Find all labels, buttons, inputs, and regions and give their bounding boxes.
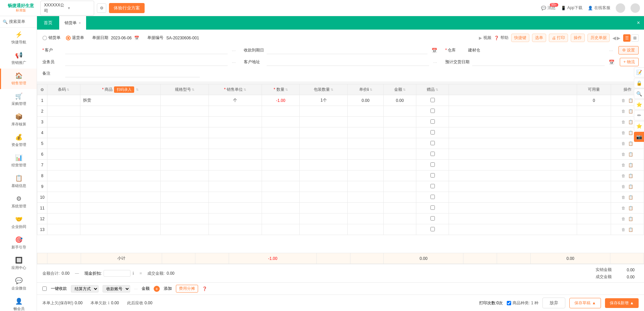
setup-button[interactable]: ⚙ 设置 bbox=[618, 46, 639, 54]
row-price-1[interactable] bbox=[348, 106, 384, 117]
next-arrow[interactable]: ▶ bbox=[617, 35, 620, 41]
row-qty-12[interactable] bbox=[262, 224, 299, 235]
row-price-9[interactable] bbox=[348, 192, 384, 203]
copy-icon-6[interactable]: 📋 bbox=[628, 163, 633, 167]
row-notes-5[interactable] bbox=[449, 149, 577, 160]
delete-icon-3[interactable]: 🗑 bbox=[621, 130, 626, 135]
float-btn-5[interactable]: ✏ bbox=[634, 110, 644, 120]
delete-icon-0[interactable]: 🗑 bbox=[621, 98, 626, 103]
row-spec-7[interactable] bbox=[160, 170, 209, 181]
history-button[interactable]: 历史单据 bbox=[588, 34, 610, 42]
row-barcode-3[interactable] bbox=[47, 127, 80, 138]
row-price-8[interactable] bbox=[348, 181, 384, 192]
row-pkg-9[interactable] bbox=[300, 192, 348, 203]
row-unit-11[interactable] bbox=[209, 213, 262, 224]
row-pkg-7[interactable] bbox=[300, 170, 348, 181]
row-amount-8[interactable] bbox=[383, 181, 416, 192]
payment-due-input[interactable] bbox=[267, 46, 427, 54]
radio-sales-order[interactable]: 销货单 bbox=[42, 35, 61, 41]
row-gift-8[interactable] bbox=[416, 181, 449, 192]
row-gift-6[interactable] bbox=[416, 160, 449, 170]
row-gift-5[interactable] bbox=[416, 149, 449, 160]
row-spec-10[interactable] bbox=[160, 203, 209, 213]
row-spec-0[interactable] bbox=[160, 95, 209, 106]
row-unit-1[interactable] bbox=[209, 106, 262, 117]
row-barcode-8[interactable] bbox=[47, 181, 80, 192]
row-spec-11[interactable] bbox=[160, 213, 209, 224]
row-barcode-9[interactable] bbox=[47, 192, 80, 203]
row-price-2[interactable] bbox=[348, 117, 384, 127]
row-unit-2[interactable] bbox=[209, 117, 262, 127]
row-notes-11[interactable] bbox=[449, 213, 577, 224]
row-qty-8[interactable] bbox=[262, 181, 299, 192]
sidebar-item-销售管理[interactable]: 🏠 销售管理 bbox=[0, 69, 37, 89]
copy-icon-4[interactable]: 📋 bbox=[628, 141, 633, 146]
delete-icon-10[interactable]: 🗑 bbox=[621, 206, 626, 210]
copy-icon-9[interactable]: 📋 bbox=[628, 195, 633, 200]
row-product-1[interactable] bbox=[80, 106, 160, 117]
row-notes-2[interactable] bbox=[449, 117, 577, 127]
radio-return-order[interactable]: 退货单 bbox=[66, 35, 84, 41]
delete-icon-6[interactable]: 🗑 bbox=[621, 163, 626, 167]
row-barcode-0[interactable] bbox=[47, 95, 80, 106]
sidebar-item-资金管理[interactable]: 💰 资金管理 bbox=[0, 130, 37, 151]
tab-home[interactable]: 首页 bbox=[37, 16, 59, 30]
copy-icon-10[interactable]: 📋 bbox=[628, 206, 633, 210]
prev-arrow[interactable]: ◀ bbox=[612, 35, 616, 41]
float-btn-1[interactable]: 📝 bbox=[634, 67, 644, 77]
row-unit-12[interactable] bbox=[209, 224, 262, 235]
list-view-button[interactable]: ☰ bbox=[623, 34, 631, 42]
row-barcode-6[interactable] bbox=[47, 160, 80, 170]
message-button[interactable]: 💬 消息 99+ bbox=[541, 5, 556, 11]
row-unit-6[interactable] bbox=[209, 160, 262, 170]
row-barcode-5[interactable] bbox=[47, 149, 80, 160]
sidebar-item-采购管理[interactable]: 🛒 采购管理 bbox=[0, 89, 37, 110]
salesperson-more-icon[interactable]: ··· bbox=[232, 60, 236, 65]
sidebar-item-库存核算[interactable]: 📦 库存核算 bbox=[0, 110, 37, 130]
row-price-6[interactable] bbox=[348, 160, 384, 170]
sidebar-item-经营管理[interactable]: 📊 经营管理 bbox=[0, 151, 37, 171]
row-amount-3[interactable] bbox=[383, 127, 416, 138]
row-notes-10[interactable] bbox=[449, 203, 577, 213]
row-amount-4[interactable] bbox=[383, 138, 416, 149]
row-gift-3[interactable] bbox=[416, 127, 449, 138]
save-draft-button[interactable]: 保存草稿 ▲ bbox=[569, 298, 601, 308]
row-notes-6[interactable] bbox=[449, 160, 577, 170]
calendar-icon[interactable]: 📅 bbox=[134, 36, 139, 40]
row-spec-6[interactable] bbox=[160, 160, 209, 170]
help-button[interactable]: ❓ 帮助 bbox=[494, 35, 508, 41]
account-more-icon[interactable]: ··· bbox=[134, 286, 138, 291]
expense-split-button[interactable]: 费用分摊 bbox=[176, 285, 198, 293]
row-pkg-0[interactable]: 1个 bbox=[300, 95, 348, 106]
row-price-7[interactable] bbox=[348, 170, 384, 181]
row-qty-6[interactable] bbox=[262, 160, 299, 170]
product-kind-checkbox[interactable] bbox=[507, 301, 511, 305]
copy-icon-7[interactable]: 📋 bbox=[628, 173, 633, 178]
discard-button[interactable]: 放弃 bbox=[542, 298, 565, 308]
warehouse-more-icon[interactable]: ··· bbox=[609, 48, 613, 53]
row-product-3[interactable] bbox=[80, 127, 160, 138]
row-notes-4[interactable] bbox=[449, 138, 577, 149]
row-gift-7[interactable] bbox=[416, 170, 449, 181]
row-pkg-8[interactable] bbox=[300, 181, 348, 192]
row-amount-2[interactable] bbox=[383, 117, 416, 127]
row-qty-3[interactable] bbox=[262, 127, 299, 138]
copy-icon-12[interactable]: 📋 bbox=[628, 227, 633, 232]
float-btn-7[interactable]: 📷 bbox=[634, 132, 644, 142]
trial-button[interactable]: 体验行业方案 bbox=[109, 3, 145, 13]
close-all-tabs-button[interactable]: × bbox=[633, 20, 644, 26]
row-spec-2[interactable] bbox=[160, 117, 209, 127]
delete-icon-5[interactable]: 🗑 bbox=[621, 152, 626, 157]
row-product-2[interactable] bbox=[80, 117, 160, 127]
address-more-icon[interactable]: ··· bbox=[433, 60, 437, 65]
question-icon[interactable]: ℹ bbox=[132, 271, 134, 276]
float-btn-2[interactable]: 🔒 bbox=[634, 78, 644, 88]
row-qty-1[interactable] bbox=[262, 106, 299, 117]
row-gift-9[interactable] bbox=[416, 192, 449, 203]
row-pkg-12[interactable] bbox=[300, 224, 348, 235]
sidebar-item-新手引导[interactable]: 🎯 新手引导 bbox=[0, 233, 37, 253]
row-gift-1[interactable] bbox=[416, 106, 449, 117]
row-qty-7[interactable] bbox=[262, 170, 299, 181]
float-btn-4[interactable]: ⭐ bbox=[634, 100, 644, 110]
row-product-4[interactable] bbox=[80, 138, 160, 149]
